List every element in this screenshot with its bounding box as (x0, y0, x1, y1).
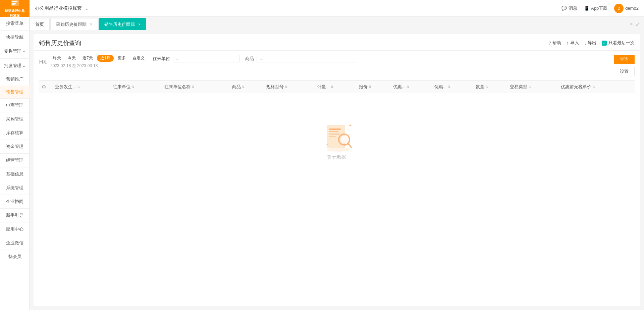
sidebar-label: 资金管理 (6, 144, 23, 150)
close-icon[interactable]: × (138, 22, 141, 27)
close-icon[interactable]: × (90, 22, 92, 27)
th-spec-label: 规格型号 (266, 84, 284, 90)
th-business-date[interactable]: 业务发生... ⇅ (52, 81, 110, 93)
sort-icon: ⇅ (192, 85, 194, 89)
product-input-placeholder: ... (260, 56, 263, 61)
sort-icon: ⇅ (131, 85, 134, 89)
sidebar-item-ecommerce[interactable]: 电商管理 (0, 99, 30, 112)
message-button[interactable]: 💬 消息 (561, 5, 577, 11)
sidebar-item-inventory[interactable]: 库存核算 (0, 126, 30, 140)
svg-point-11 (340, 136, 348, 143)
chevron-up-icon: ▲ (22, 64, 26, 68)
tabbar-actions: × ⤢ (630, 18, 644, 30)
sidebar-item-quick-nav[interactable]: 快捷导航 (0, 31, 30, 44)
sort-icon: ⇅ (407, 85, 409, 89)
sort-icon: ⇅ (448, 85, 450, 89)
sidebar-label: 新手引导 (6, 212, 23, 218)
checkbox-icon: ✓ (602, 41, 607, 46)
sidebar-item-vip[interactable]: 畅会员 (0, 250, 30, 263)
partner-label: 往来单位 (153, 56, 170, 62)
th-discount1[interactable]: 优惠... ⇅ (390, 81, 432, 93)
settings-button[interactable]: 设置 (614, 67, 635, 76)
sidebar-label: 采购管理 (6, 116, 23, 122)
sidebar-item-operations[interactable]: 经营管理 (0, 154, 30, 167)
sidebar-item-wechat[interactable]: 企业微信 (0, 236, 30, 250)
tab-home[interactable]: 首页 (30, 18, 50, 30)
th-spec[interactable]: 规格型号 ⇅ (264, 81, 315, 93)
message-icon: 💬 (561, 6, 567, 11)
sidebar-item-cooperation[interactable]: 企业协同 (0, 195, 30, 208)
sidebar-item-app-center[interactable]: 应用中心 (0, 222, 30, 236)
export-button[interactable]: ↓ 导出 (584, 40, 597, 46)
table-settings-icon[interactable]: ⚙ (42, 84, 46, 90)
sidebar-item-finance[interactable]: 资金管理 (0, 140, 30, 153)
partner-filter: 往来单位 ... (153, 55, 240, 62)
app-logo: 畅捷通好生意 标准版 (0, 0, 30, 17)
sidebar-item-retail-mgmt[interactable]: 零售管理 ▼ (0, 44, 30, 58)
sidebar-label: 系统管理 (6, 185, 23, 191)
close-all-button[interactable]: × (630, 18, 633, 30)
product-filter: 商品 ... (245, 55, 357, 62)
only-last-checkbox[interactable]: ✓ 只看最后一次 (602, 40, 635, 46)
page-container: 销售历史价查询 ? 帮助 ↑ 导入 ↓ 导出 ✓ (34, 34, 640, 306)
th-unit[interactable]: 计量... ⇅ (315, 81, 356, 93)
import-button[interactable]: ↑ 导入 (567, 40, 579, 46)
sidebar-item-base-info[interactable]: 基础信息 (0, 167, 30, 181)
app-download-button[interactable]: 📱 App下载 (584, 5, 607, 11)
sidebar-item-system[interactable]: 系统管理 (0, 181, 30, 195)
date-btn-7days[interactable]: 近7天 (80, 55, 96, 62)
svg-rect-7 (329, 131, 338, 132)
user-profile[interactable]: D demo2 (614, 4, 639, 13)
partner-input[interactable]: ... (173, 55, 240, 62)
sidebar-item-purchase[interactable]: 采购管理 (0, 112, 30, 126)
sidebar-item-guide[interactable]: 新手引导 (0, 209, 30, 222)
sidebar-item-marketing[interactable]: 营销推广 (0, 73, 30, 86)
action-buttons: 查询 设置 (614, 55, 635, 76)
th-product[interactable]: 商品 ⇅ (229, 81, 264, 93)
username: demo2 (625, 6, 639, 11)
sidebar-item-sales-mgmt[interactable]: 销售管理 (0, 86, 30, 98)
tab-purchase-history[interactable]: 采购历史价跟踪 × (50, 18, 98, 30)
sort-icon: ⇅ (369, 85, 371, 89)
th-partner-name[interactable]: 往来单位名称 ⇅ (162, 81, 229, 93)
expand-button[interactable]: ⤢ (636, 18, 640, 30)
page-header: 销售历史价查询 ? 帮助 ↑ 导入 ↓ 导出 ✓ (34, 34, 640, 51)
page-header-actions: ? 帮助 ↑ 导入 ↓ 导出 ✓ 只看最后一次 (549, 40, 635, 46)
sidebar-item-search-menu[interactable]: 搜索菜单 (0, 17, 30, 30)
svg-rect-9 (329, 136, 336, 137)
sidebar-item-wholesale-mgmt[interactable]: 批发管理 ▲ (0, 59, 30, 73)
date-filter: 日期 昨天 今天 近7天 近1月 更多 自定义 2023-02-18 至 202… (39, 55, 147, 69)
date-btn-yesterday[interactable]: 昨天 (50, 55, 64, 62)
sort-icon: ⇅ (285, 85, 287, 89)
sort-icon: ⇅ (592, 85, 595, 89)
th-quote[interactable]: 报价 ⇅ (356, 81, 390, 93)
date-btn-1month[interactable]: 近1月 (97, 55, 114, 62)
th-settings: ⚙ (39, 81, 52, 93)
sidebar-label: 基础信息 (6, 171, 23, 177)
th-partner-code[interactable]: 往来单位 ⇅ (110, 81, 161, 93)
product-input[interactable]: ... (257, 55, 357, 62)
sidebar: 畅捷通好生意 标准版 搜索菜单 快捷导航 零售管理 ▼ 批发管理 ▲ 营销推广 … (0, 0, 30, 310)
only-last-label: 只看最后一次 (608, 40, 635, 46)
th-quantity[interactable]: 数量 ⇅ (473, 81, 507, 93)
product-label: 商品 (245, 56, 254, 62)
empty-text: 暂元数据 (327, 154, 346, 160)
dropdown-icon[interactable]: ⌄ (85, 5, 89, 11)
th-pretax-price[interactable]: 优惠前无税单价 ⇅ (558, 81, 635, 93)
sort-icon: ⇅ (77, 85, 80, 89)
help-button[interactable]: ? 帮助 (549, 40, 561, 46)
query-button[interactable]: 查询 (614, 55, 635, 64)
svg-text:✦: ✦ (326, 143, 328, 146)
content-area: 销售历史价查询 ? 帮助 ↑ 导入 ↓ 导出 ✓ (30, 30, 644, 310)
empty-illustration: ✦ ✦ (320, 120, 354, 150)
sidebar-label: 企业协同 (6, 199, 23, 205)
tab-sales-history[interactable]: 销售历史价跟踪 × (99, 18, 146, 30)
date-btn-today[interactable]: 今天 (65, 55, 78, 62)
date-btn-custom[interactable]: 自定义 (130, 55, 147, 62)
sidebar-label: 经营管理 (6, 157, 23, 163)
th-trade-type[interactable]: 交易类型 ⇅ (507, 81, 558, 93)
sidebar-label: 企业微信 (6, 240, 23, 246)
date-btn-more[interactable]: 更多 (115, 55, 128, 62)
th-discount2[interactable]: 优惠... ⇅ (432, 81, 473, 93)
chevron-down-icon: ▼ (22, 50, 26, 53)
